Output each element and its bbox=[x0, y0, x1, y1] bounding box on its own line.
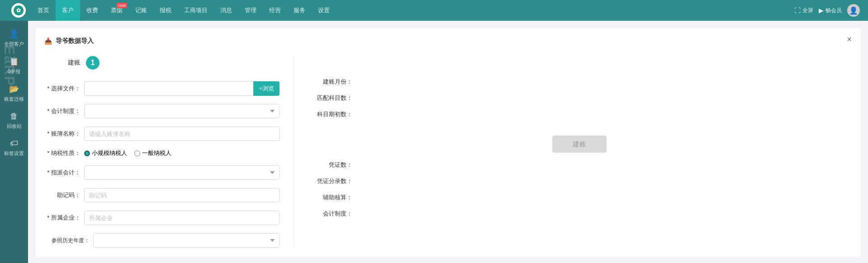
company-label: * 所属企业： bbox=[44, 214, 81, 222]
right-row-5: 辅助核算： bbox=[307, 193, 852, 202]
nav-item-operation[interactable]: 经营 bbox=[263, 0, 287, 21]
history-label: 参照历史年度： bbox=[44, 237, 90, 244]
right-row-2: 科目期初数： bbox=[307, 110, 852, 118]
fullscreen-icon: ⛶ bbox=[794, 7, 801, 14]
submit-btn-wrapper: 建账 bbox=[307, 127, 852, 153]
right-row-1: 匹配科目数： bbox=[307, 94, 852, 102]
step-label: 建账 bbox=[44, 59, 81, 67]
right-label-3: 凭证数： bbox=[307, 161, 352, 169]
all-clients-icon: 👤 bbox=[9, 29, 19, 39]
close-button[interactable]: × bbox=[847, 35, 852, 43]
right-label-5: 辅助核算： bbox=[307, 193, 352, 202]
tax-small-scale[interactable]: 小规模纳税人 bbox=[84, 149, 127, 157]
history-row: 参照历史年度： bbox=[44, 233, 280, 248]
member-button[interactable]: ▶ 畅会员 bbox=[819, 7, 842, 14]
right-row-4: 凭证分录数： bbox=[307, 177, 852, 185]
nav-item-tickets[interactable]: 票据 new bbox=[104, 0, 129, 21]
file-input[interactable] bbox=[84, 81, 253, 96]
right-label-4: 凭证分录数： bbox=[307, 177, 352, 185]
ledger-row: * 账簿名称： bbox=[44, 127, 280, 141]
company-input[interactable] bbox=[84, 211, 280, 225]
new-badge: new bbox=[117, 3, 127, 8]
file-input-wrapper: +浏览 bbox=[84, 81, 280, 96]
nav-right: ⛶ 全屏 ▶ 畅会员 👤 bbox=[794, 4, 860, 17]
nav-item-clients[interactable]: 客户 bbox=[56, 0, 80, 21]
right-label-2: 科目期初数： bbox=[307, 110, 352, 118]
sidebar-item-tag-settings[interactable]: 🏷 标签设置 bbox=[0, 134, 28, 161]
nav-item-service[interactable]: 服务 bbox=[287, 0, 312, 21]
right-label-0: 建账月份： bbox=[307, 78, 352, 86]
avatar-icon: 👤 bbox=[849, 6, 858, 15]
accounting-select[interactable] bbox=[84, 104, 280, 118]
tax-small-radio[interactable] bbox=[84, 150, 90, 156]
logo-icon: ✿ bbox=[16, 7, 21, 14]
tax-general-radio[interactable] bbox=[134, 150, 140, 156]
form-wrapper: 建账 1 * 选择文件： +浏览 bbox=[44, 56, 852, 248]
nav-item-messages[interactable]: 消息 bbox=[214, 0, 238, 21]
tag-icon: 🏷 bbox=[10, 139, 18, 148]
nav-item-business[interactable]: 工商项目 bbox=[178, 0, 214, 21]
submit-button[interactable]: 建账 bbox=[552, 136, 607, 153]
ledger-input[interactable] bbox=[84, 127, 280, 141]
file-label: * 选择文件： bbox=[44, 85, 81, 93]
memo-row: 助记码： bbox=[44, 188, 280, 202]
tax-row: * 纳税性质： 小规模纳税人 一般纳税人 bbox=[44, 149, 280, 157]
right-row-6: 会计制度： bbox=[307, 210, 852, 218]
page-card: 📥 导爷数据导入 × 建账 1 * 选择文件： bbox=[35, 28, 861, 257]
history-select[interactable] bbox=[93, 233, 280, 248]
nav-menu: 首页 客户 收费 票据 new 记账 报税 工商项目 消息 管理 经营 服务 设… bbox=[31, 0, 794, 21]
member-icon: ▶ bbox=[819, 7, 824, 14]
nav-item-management[interactable]: 管理 bbox=[238, 0, 263, 21]
right-row-3: 凭证数： bbox=[307, 161, 852, 169]
app-logo[interactable]: ✿ bbox=[8, 0, 29, 21]
nav-item-tax[interactable]: 报税 bbox=[153, 0, 178, 21]
tax-label: * 纳税性质： bbox=[44, 149, 81, 157]
step-indicator: 建账 1 bbox=[44, 56, 280, 70]
accountant-select[interactable] bbox=[84, 165, 280, 180]
accounting-row: * 会计制度： bbox=[44, 104, 280, 118]
accounting-label: * 会计制度： bbox=[44, 107, 81, 115]
company-row: * 所属企业： bbox=[44, 211, 280, 225]
nav-item-home[interactable]: 首页 bbox=[31, 0, 56, 21]
right-row-0: 建账月份： bbox=[307, 78, 852, 86]
page-title: 导爷数据导入 bbox=[56, 37, 94, 45]
nav-item-bookkeeping[interactable]: 记账 bbox=[129, 0, 153, 21]
content-area: 📥 导爷数据导入 × 建账 1 * 选择文件： bbox=[28, 21, 868, 263]
page-header: 📥 导爷数据导入 bbox=[44, 37, 852, 45]
fullscreen-button[interactable]: ⛶ 全屏 bbox=[794, 7, 813, 14]
page-header-icon: 📥 bbox=[44, 38, 52, 45]
accountant-row: * 指派会计： bbox=[44, 165, 280, 180]
step-circle: 1 bbox=[86, 56, 100, 70]
tax-general[interactable]: 一般纳税人 bbox=[134, 149, 171, 157]
file-select-row: * 选择文件： +浏览 bbox=[44, 81, 280, 96]
form-right: 建账月份： 匹配科目数： 科目期初数： 建账 bbox=[307, 56, 852, 248]
earp-watermark: EaRP bbox=[1, 45, 18, 87]
memo-input[interactable] bbox=[84, 188, 280, 202]
right-label-1: 匹配科目数： bbox=[307, 94, 352, 102]
sidebar: EaRP 👤 全部客户 📋 0申报 📂 账套迁移 🗑 回收站 🏷 标签设置 bbox=[0, 21, 28, 263]
recycle-icon: 🗑 bbox=[10, 112, 18, 121]
form-left: 建账 1 * 选择文件： +浏览 bbox=[44, 56, 280, 248]
right-label-6: 会计制度： bbox=[307, 210, 352, 218]
nav-item-fees[interactable]: 收费 bbox=[80, 0, 104, 21]
sidebar-item-recycle[interactable]: 🗑 回收站 bbox=[0, 107, 28, 134]
top-navigation: ✿ 首页 客户 收费 票据 new 记账 报税 工商项目 消息 管理 经营 服务… bbox=[0, 0, 868, 21]
ledger-label: * 账簿名称： bbox=[44, 130, 81, 138]
tax-radio-group: 小规模纳税人 一般纳税人 bbox=[84, 149, 171, 157]
browse-button[interactable]: +浏览 bbox=[253, 81, 280, 96]
memo-label: 助记码： bbox=[44, 191, 81, 199]
nav-item-settings[interactable]: 设置 bbox=[312, 0, 336, 21]
form-divider bbox=[293, 56, 294, 248]
accountant-label: * 指派会计： bbox=[44, 169, 81, 177]
avatar[interactable]: 👤 bbox=[847, 4, 860, 17]
